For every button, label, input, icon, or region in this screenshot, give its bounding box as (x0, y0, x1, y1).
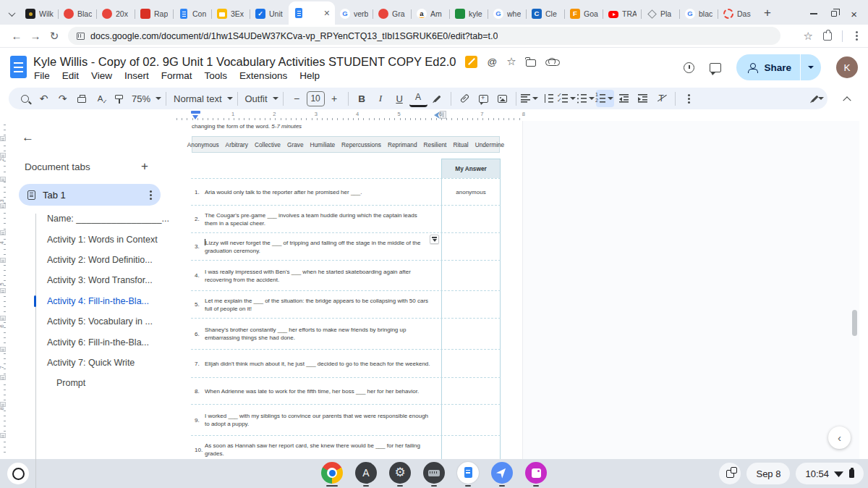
style-select[interactable]: Normal text (171, 90, 232, 107)
row-boundary-marker[interactable] (0, 347, 6, 352)
browser-tab-goa[interactable]: FGoa (565, 3, 603, 25)
answer-cell[interactable] (441, 378, 501, 404)
menu-edit[interactable]: Edit (62, 70, 79, 81)
bold-button[interactable]: B (353, 90, 371, 107)
docs-logo-icon[interactable] (10, 56, 27, 78)
answer-cell[interactable] (441, 319, 501, 349)
forward-icon[interactable]: → (26, 27, 45, 46)
answer-cell[interactable]: anonymous (441, 179, 501, 205)
decrease-indent-button[interactable] (615, 90, 633, 107)
share-dropdown[interactable] (801, 66, 821, 69)
minimize-icon[interactable] (810, 13, 817, 14)
browser-tab-whe[interactable]: Gwhe (488, 3, 527, 25)
screen-capture-button[interactable] (719, 463, 741, 484)
font-size-decrease-button[interactable]: − (288, 90, 306, 107)
back-arrow-icon[interactable]: ← (22, 130, 34, 145)
row-boundary-marker[interactable] (0, 288, 6, 293)
bulleted-list-button[interactable] (577, 90, 595, 107)
browser-tab-rap[interactable]: Rap (135, 3, 174, 25)
bookmark-star-icon[interactable]: ☆ (804, 30, 813, 43)
question-cell[interactable]: 5.Let me explain the ___ of the situatio… (191, 291, 441, 318)
font-select[interactable]: Outfit (242, 90, 278, 107)
answer-cell[interactable] (441, 291, 501, 318)
reload-icon[interactable]: ↻ (45, 27, 64, 46)
browser-tab-das[interactable]: Das (718, 3, 757, 25)
spell-check-button[interactable]: A (91, 90, 109, 107)
answer-cell[interactable] (441, 233, 501, 260)
status-tray[interactable]: 10:54 (796, 463, 864, 484)
document-canvas[interactable]: changing the form of the word. 5-7 minut… (171, 121, 859, 459)
outline-item-1[interactable]: Name: _________________... (7, 209, 171, 229)
shelf-app-rocket[interactable] (491, 462, 513, 487)
browser-tab-unit[interactable]: ✓Unit (250, 3, 289, 25)
sidebar-item-tab1[interactable]: Tab 1 (19, 184, 161, 206)
add-tab-button[interactable]: + (141, 159, 148, 174)
more-tools-button[interactable] (680, 90, 698, 107)
question-cell[interactable]: 10.As soon as Hannah saw her report card… (191, 436, 441, 459)
undo-button[interactable]: ↶ (35, 90, 53, 107)
outline-item-3[interactable]: Activity 2: Word Definitio... (7, 250, 171, 270)
comments-icon[interactable] (710, 63, 721, 72)
mention-icon[interactable]: @ (487, 56, 497, 67)
cell-dropdown-button[interactable] (430, 235, 439, 244)
document-title[interactable]: Kyle Willis - Copy of 02. 9G Unit 1 Voca… (33, 55, 456, 69)
outline-item-4[interactable]: Activity 3: Word Transfor... (7, 270, 171, 290)
zoom-select[interactable]: 75% (129, 90, 161, 107)
question-cell[interactable]: 2.The Cougar's pre-game ___ involves a t… (191, 206, 441, 232)
new-tab-button[interactable]: + (758, 4, 777, 22)
redo-button[interactable]: ↷ (54, 90, 72, 107)
document-page[interactable]: changing the form of the word. 5-7 minut… (171, 121, 523, 459)
row-boundary-marker[interactable] (0, 375, 6, 380)
shelf-app-pink-app[interactable] (525, 462, 547, 487)
outline-item-9[interactable]: Prompt (7, 373, 171, 393)
insert-image-button[interactable] (493, 90, 511, 107)
restore-icon[interactable] (831, 11, 837, 17)
browser-tab-tra[interactable]: TRA (603, 3, 642, 25)
browser-tab-blac[interactable]: Blac (59, 3, 97, 25)
line-spacing-button[interactable] (540, 90, 558, 107)
answer-cell[interactable] (441, 261, 501, 290)
date-pill[interactable]: Sep 8 (746, 463, 790, 484)
row-boundary-marker[interactable] (0, 153, 6, 158)
launcher-button[interactable] (7, 463, 29, 484)
row-boundary-marker[interactable] (0, 316, 6, 321)
browser-tab-con[interactable]: Con (174, 3, 212, 25)
checklist-button[interactable] (558, 90, 576, 107)
question-cell[interactable]: 1.Aria would only talk to the reporter a… (191, 179, 441, 205)
browser-tab-pla[interactable]: Pla (642, 3, 680, 25)
font-size-input[interactable]: 10 (307, 91, 325, 106)
shelf-app-chrome[interactable] (321, 462, 343, 487)
add-comment-button[interactable] (475, 90, 493, 107)
browser-tab-gra[interactable]: Gra (373, 3, 412, 25)
highlight-button[interactable] (428, 90, 446, 107)
account-avatar[interactable]: K (836, 56, 858, 78)
answer-cell[interactable] (441, 436, 501, 459)
shelf-app-settings[interactable] (389, 462, 411, 487)
italic-button[interactable]: I (372, 90, 390, 107)
menu-view[interactable]: View (91, 70, 112, 81)
extensions-icon[interactable] (823, 32, 832, 41)
scrollbar-thumb[interactable] (852, 310, 857, 336)
menu-help[interactable]: Help (299, 70, 320, 81)
menu-file[interactable]: File (34, 70, 50, 81)
print-button[interactable] (72, 90, 90, 107)
align-button[interactable] (521, 90, 539, 107)
question-cell[interactable]: 9.I worked ___ with my siblings to convi… (191, 405, 441, 435)
browser-tab-cle[interactable]: CCle (527, 3, 565, 25)
version-history-icon[interactable] (684, 62, 694, 73)
menu-insert[interactable]: Insert (124, 70, 149, 81)
move-folder-icon[interactable] (526, 59, 536, 67)
share-main[interactable]: Share (736, 62, 800, 73)
outline-item-8[interactable]: Activity 7: Quick Write (7, 353, 171, 373)
increase-indent-button[interactable] (634, 90, 652, 107)
answer-cell[interactable] (441, 350, 501, 377)
share-button[interactable]: Share (736, 54, 821, 80)
vertical-ruler[interactable]: 2345678 (0, 122, 7, 459)
shelf-app-a-app[interactable]: A (355, 462, 377, 487)
star-icon[interactable]: ☆ (506, 55, 516, 68)
font-size-increase-button[interactable]: + (326, 90, 344, 107)
browser-tab-active[interactable]: × (289, 1, 335, 25)
collapse-side-panel-button[interactable]: ‹ (828, 426, 851, 449)
outline-item-2[interactable]: Activity 1: Words in Context (7, 229, 171, 249)
question-cell[interactable]: 8.When Adrienne was late to work for the… (191, 378, 441, 404)
